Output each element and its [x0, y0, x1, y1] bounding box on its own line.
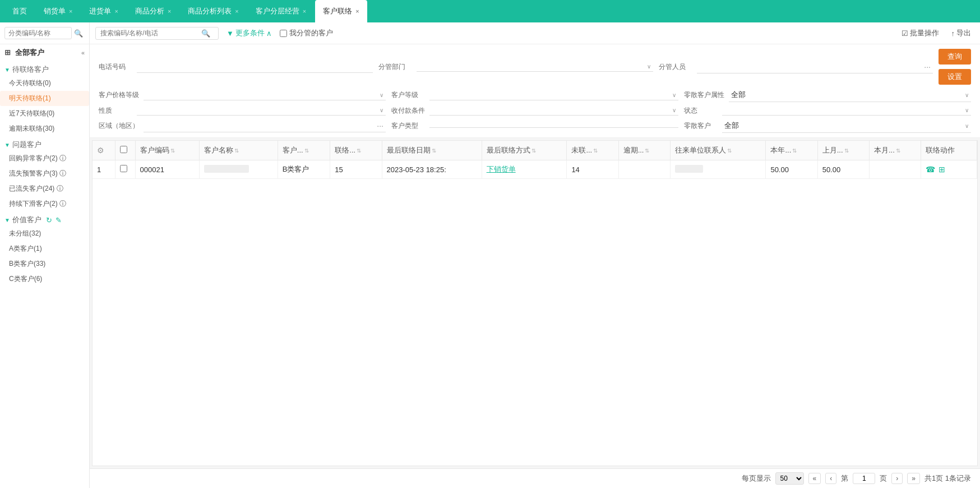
sort-overdue-icon[interactable]: ⇅ — [645, 148, 649, 154]
toolbar-search-input[interactable] — [100, 29, 201, 37]
edit-icon[interactable]: ✎ — [56, 216, 62, 224]
sidebar-item-today[interactable]: 今天待联络(0) — [0, 76, 89, 91]
cell-type: B类客户 — [278, 160, 330, 179]
sort-name-icon[interactable]: ⇅ — [234, 148, 239, 154]
page-size-select[interactable]: 50 100 200 — [775, 472, 804, 485]
filter-phone-input[interactable] — [137, 61, 373, 73]
pagination: 每页显示 50 100 200 « ‹ 第 页 › » 共1页 1条记录 — [90, 468, 980, 488]
sort-code-icon[interactable]: ⇅ — [170, 148, 175, 154]
sidebar-all-customers[interactable]: ⊞ 全部客户 « — [0, 44, 89, 61]
sort-last-date-icon[interactable]: ⇅ — [432, 148, 436, 154]
filter-retail-attr-select[interactable]: 全部∨ — [729, 88, 971, 102]
sort-this-year-icon[interactable]: ⇅ — [792, 148, 797, 154]
select-all-checkbox[interactable] — [120, 146, 127, 153]
sort-person-icon[interactable]: ⇅ — [727, 148, 732, 154]
filter-payment: 收付款条件 ∨ — [391, 105, 678, 116]
sidebar-search-input[interactable] — [4, 27, 72, 39]
sidebar-item-tomorrow[interactable]: 明天待联络(1) — [0, 91, 89, 106]
cell-person — [670, 160, 766, 179]
batch-btn[interactable]: ☑ 批量操作 — [898, 26, 942, 40]
sidebar-item-declining[interactable]: 持续下滑客户(2) ⓘ — [0, 196, 89, 211]
nav-customer-tier[interactable]: 客户分层经营 × — [248, 0, 314, 22]
sidebar-item-churn-warning[interactable]: 流失预警客户(3) ⓘ — [0, 166, 89, 181]
triangle-icon: ▼ — [4, 67, 10, 73]
col-settings: ⚙ — [93, 141, 115, 160]
set-btn[interactable]: 设置 — [939, 69, 971, 85]
triangle-icon-3: ▼ — [4, 217, 10, 223]
col-name: 客户名称⇅ — [199, 141, 278, 160]
nav-sales[interactable]: 销货单 × — [36, 0, 80, 22]
query-btn[interactable]: 查询 — [939, 49, 971, 65]
filter-dept-select[interactable]: ∨ — [417, 62, 653, 72]
last-method-link[interactable]: 下销货单 — [487, 165, 516, 173]
nav-customer-contact[interactable]: 客户联络 × — [315, 0, 367, 22]
filter-action-btns: 查询 设置 — [939, 49, 971, 85]
filter-customer-type: 客户类型 — [391, 121, 678, 131]
close-purchase-icon[interactable]: × — [114, 8, 118, 15]
sort-this-month-icon[interactable]: ⇅ — [896, 148, 900, 154]
toolbar-search-box: 🔍 — [95, 27, 219, 40]
more-action-icon[interactable]: ⊞ — [939, 165, 945, 174]
sort-not-contact-icon[interactable]: ⇅ — [593, 148, 598, 154]
sidebar-search-icon[interactable]: 🔍 — [74, 29, 83, 38]
sidebar-group-pending: ▼ 待联络客户 — [0, 61, 89, 76]
close-customer-tier-icon[interactable]: × — [303, 8, 306, 15]
filter-person: 分管人员 ··· — [659, 61, 933, 73]
col-last-month: 上月...⇅ — [817, 141, 869, 160]
close-analysis-list-icon[interactable]: × — [235, 8, 238, 15]
cell-last-date: 2023-05-23 18:25: — [382, 160, 482, 179]
first-page-btn[interactable]: « — [808, 473, 821, 484]
nav-purchase[interactable]: 进货单 × — [81, 0, 126, 22]
my-customers-checkbox[interactable] — [280, 30, 287, 37]
filter-customer-level-select[interactable]: ∨ — [429, 90, 678, 100]
contact-action-icon[interactable]: ☎ — [926, 165, 935, 174]
cell-last-month: 50.00 — [817, 160, 869, 179]
filter-phone: 电话号码 — [99, 61, 373, 73]
cell-name — [199, 160, 278, 179]
next-page-btn[interactable]: › — [891, 473, 903, 484]
filter-retail-customer-select[interactable]: 全部∨ — [722, 119, 971, 133]
sidebar-item-ungrouped[interactable]: 未分组(32) — [0, 226, 89, 241]
row-checkbox[interactable] — [120, 165, 127, 172]
filter-region-select[interactable]: ··· — [144, 119, 386, 132]
sort-contact-icon[interactable]: ⇅ — [357, 148, 361, 154]
filter-value-level-select[interactable]: ∨ — [144, 90, 386, 100]
export-btn[interactable]: ↑ 导出 — [948, 26, 975, 40]
close-analysis-icon[interactable]: × — [168, 8, 171, 15]
sidebar-item-churned[interactable]: 已流失客户(24) ⓘ — [0, 181, 89, 196]
sidebar-item-abnormal[interactable]: 回购异常客户(2) ⓘ — [0, 151, 89, 166]
filter-person-select[interactable]: ··· — [697, 61, 933, 73]
last-page-btn[interactable]: » — [907, 473, 920, 484]
cell-overdue — [618, 160, 670, 179]
nav-analysis-list[interactable]: 商品分析列表 × — [180, 0, 246, 22]
nav-analysis[interactable]: 商品分析 × — [127, 0, 179, 22]
content-area: 🔍 ▼ 更多条件 ∧ 我分管的客户 ☑ 批量操作 ↑ 导出 — [90, 22, 980, 488]
sidebar-item-class-b[interactable]: B类客户(33) — [0, 256, 89, 271]
my-customers-checkbox-area: 我分管的客户 — [280, 28, 333, 38]
filter-dept: 分管部门 ∨ — [378, 62, 653, 72]
filter-customer-type-select[interactable] — [429, 124, 678, 128]
sort-last-method-icon[interactable]: ⇅ — [531, 148, 536, 154]
refresh-icon[interactable]: ↻ — [46, 216, 52, 224]
cell-this-month — [869, 160, 921, 179]
filter-payment-select[interactable]: ∨ — [429, 105, 678, 116]
filter-more-btn[interactable]: ▼ 更多条件 ∧ — [223, 26, 275, 40]
close-customer-contact-icon[interactable]: × — [355, 8, 359, 15]
sidebar-item-7days[interactable]: 近7天待联络(0) — [0, 106, 89, 121]
toolbar-search-icon[interactable]: 🔍 — [201, 29, 210, 38]
filter-region: 区域（地区） ··· — [99, 119, 386, 132]
sidebar-item-class-a[interactable]: A类客户(1) — [0, 241, 89, 256]
sort-type-icon[interactable]: ⇅ — [304, 148, 309, 154]
filter-gender-select[interactable]: ∨ — [137, 105, 386, 116]
settings-icon[interactable]: ⚙ — [97, 146, 104, 155]
sidebar-item-class-c[interactable]: C类客户(6) — [0, 271, 89, 287]
close-sales-icon[interactable]: × — [69, 8, 72, 15]
sort-last-month-icon[interactable]: ⇅ — [844, 148, 849, 154]
sidebar-item-overdue[interactable]: 逾期未联络(30) — [0, 121, 89, 136]
filter-status-select[interactable]: ∨ — [722, 105, 971, 116]
sidebar-collapse-icon[interactable]: « — [81, 49, 85, 56]
nav-home[interactable]: 首页 — [4, 0, 35, 22]
prev-page-btn[interactable]: ‹ — [825, 473, 836, 484]
col-code: 客户编码⇅ — [135, 141, 199, 160]
page-input[interactable] — [853, 473, 875, 484]
